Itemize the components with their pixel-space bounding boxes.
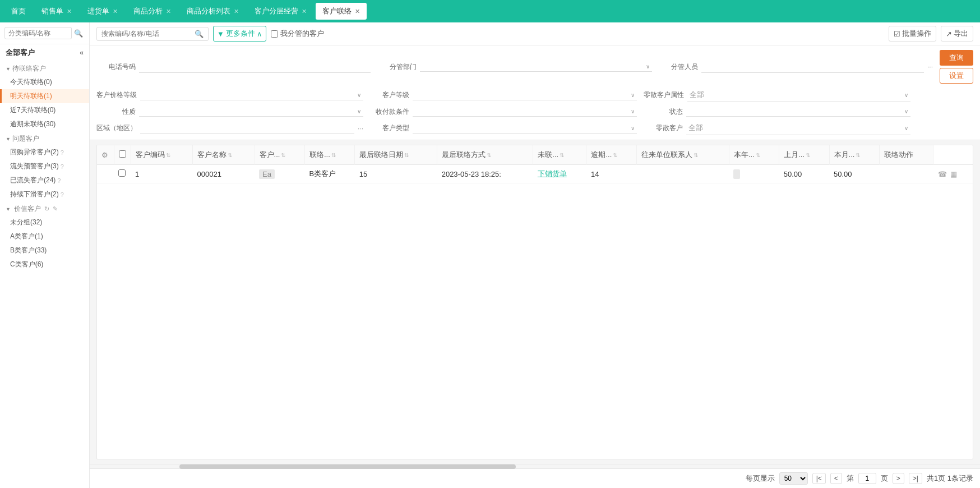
col-code[interactable]: 客户编码⇅ [131,145,193,165]
row-checkbox[interactable] [114,165,131,183]
phone-input[interactable] [139,61,371,73]
sidebar-item-class-a[interactable]: A类客户(1) [0,229,89,243]
payment-select[interactable]: ∨ [413,107,637,117]
customer-level-select[interactable]: ∨ [413,90,637,100]
sidebar-item-overdue-contact[interactable]: 逾期未联络(30) [0,117,89,131]
gear-icon[interactable]: ⚙ [101,151,108,159]
filter-field-status: 状态 ∨ [644,107,910,117]
per-page-select[interactable]: 50 100 200 [779,472,808,485]
last-page-btn[interactable]: >| [909,473,922,484]
sidebar-group-problem[interactable]: 问题客户 [0,131,89,145]
page-input[interactable] [858,473,876,484]
retail-select[interactable]: 全部 ∨ [686,121,910,135]
sidebar-item-today-contact[interactable]: 今天待联络(0) [0,75,89,89]
phone-icon[interactable]: ☎ [938,170,947,178]
search-icon[interactable]: 🔍 [195,30,204,38]
close-icon[interactable]: ✕ [302,8,307,15]
close-icon[interactable]: ✕ [166,8,171,15]
col-contacts[interactable]: 联络...⇅ [304,145,354,165]
col-gear[interactable]: ⚙ [97,145,114,165]
col-type[interactable]: 客户...⇅ [255,145,304,165]
sidebar-item-churned[interactable]: 已流失客户(24) ? [0,173,89,187]
col-this-year[interactable]: 本年...⇅ [729,145,779,165]
close-icon[interactable]: ✕ [67,8,72,15]
row-checkbox-input[interactable] [118,169,126,177]
col-name[interactable]: 客户名称⇅ [193,145,255,165]
sidebar-item-tomorrow-contact[interactable]: 明天待联络(1) [0,89,89,103]
nav-sales[interactable]: 销售单 ✕ [35,3,78,20]
my-customers-check-input[interactable] [271,30,278,38]
manager-input[interactable] [701,61,924,73]
refresh-icon[interactable]: ↻ [44,205,49,213]
col-last-month[interactable]: 上月...⇅ [779,145,829,165]
close-icon[interactable]: ✕ [355,8,360,15]
col-this-month[interactable]: 本月...⇅ [829,145,879,165]
chevron-down-icon: ∨ [631,108,635,114]
first-page-btn[interactable]: |< [812,473,826,484]
filter-more-btn[interactable]: ▼ 更多条件 ∧ [213,26,266,42]
close-icon[interactable]: ✕ [113,8,118,15]
retail-attr-select[interactable]: 全部 ∨ [687,88,910,102]
sort-icon: ⇅ [166,152,170,158]
more-icon[interactable]: ··· [927,63,933,71]
next-page-btn[interactable]: > [893,473,904,484]
search-box[interactable]: 🔍 [96,27,209,41]
sidebar-all-customers[interactable]: 全部客户 « [0,44,89,61]
sidebar-item-week-contact[interactable]: 近7天待联络(0) [0,103,89,117]
close-icon[interactable]: ✕ [234,8,239,15]
sidebar-item-declining[interactable]: 持续下滑客户(2) ? [0,187,89,201]
filter-field-manager: 分管人员 ··· [659,61,933,73]
filter-panel: 电话号码 分管部门 ∨ 分管人员 ··· 查询 设置 [90,45,980,140]
search-icon[interactable]: 🔍 [74,29,83,38]
col-overdue[interactable]: 逾期...⇅ [586,145,636,165]
row-overdue [636,165,729,183]
sort-icon: ⇅ [613,152,617,158]
status-select[interactable]: ∨ [686,107,910,117]
customer-type-select[interactable]: ∨ [413,123,637,133]
more-icon[interactable]: ··· [358,125,363,132]
settings-button[interactable]: 设置 [940,68,973,84]
row-this-year: 50.00 [779,165,829,183]
search-input[interactable] [101,30,192,38]
prev-page-btn[interactable]: < [830,473,842,484]
col-last-method[interactable]: 最后联络方式⇅ [437,145,533,165]
edit-icon[interactable]: ✎ [53,205,58,213]
row-last-month: 50.00 [829,165,879,183]
sort-icon: ⇅ [560,152,564,158]
sidebar-item-churn-warning[interactable]: 流失预警客户(3) ? [0,159,89,173]
row-gear [97,165,114,183]
grid-icon[interactable]: ▦ [950,170,957,178]
price-level-select[interactable]: ∨ [140,90,363,100]
nav-product-analysis[interactable]: 商品分析 ✕ [127,3,178,20]
region-input[interactable] [140,122,354,134]
nav-product-analysis-list[interactable]: 商品分析列表 ✕ [180,3,246,20]
nav-purchase[interactable]: 进货单 ✕ [81,3,124,20]
nav-home[interactable]: 首页 [4,3,33,20]
col-last-date[interactable]: 最后联络日期⇅ [355,145,437,165]
sidebar-item-abnormal-purchase[interactable]: 回购异常客户(2) ? [0,145,89,159]
nature-select[interactable]: ∨ [139,107,363,117]
sidebar-item-class-c[interactable]: C类客户(6) [0,257,89,271]
row-last-method[interactable]: 下销货单 [533,165,586,183]
sidebar-group-pending[interactable]: 待联络客户 [0,61,89,75]
scrollbar-thumb[interactable] [179,464,516,469]
my-customers-checkbox[interactable]: 我分管的客户 [271,29,324,39]
help-icon: ? [61,191,64,198]
nav-customer-segment[interactable]: 客户分层经营 ✕ [248,3,313,20]
export-icon: ↗ [946,30,952,38]
row-last-date: 2023-05-23 18:25: [437,165,533,183]
col-no-contact[interactable]: 未联...⇅ [533,145,586,165]
query-button[interactable]: 查询 [940,50,973,66]
export-btn[interactable]: ↗ 导出 [941,26,973,42]
select-all-checkbox[interactable] [119,150,126,158]
help-icon: ? [61,149,64,156]
col-contact-person[interactable]: 往来单位联系人⇅ [636,145,729,165]
dept-select[interactable]: ∨ [420,62,651,72]
bulk-ops-btn[interactable]: ☑ 批量操作 [889,26,936,42]
sidebar-search-input[interactable] [4,27,72,39]
sidebar-group-value[interactable]: 价值客户 ↻ ✎ [0,201,89,215]
sidebar-item-ungrouped[interactable]: 未分组(32) [0,215,89,229]
horizontal-scrollbar[interactable] [90,464,980,468]
sidebar-item-class-b[interactable]: B类客户(33) [0,243,89,257]
nav-customer-contact[interactable]: 客户联络 ✕ [316,3,367,20]
